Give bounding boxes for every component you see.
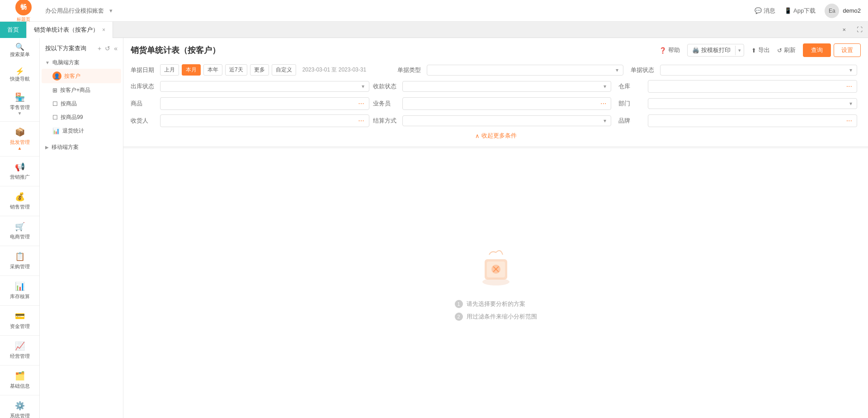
brand-filter: 品牌 ··· bbox=[615, 114, 861, 127]
out-status-arrow: ▾ bbox=[362, 83, 364, 90]
date-this-year[interactable]: 本年 bbox=[203, 64, 222, 76]
payment-label: 结算方式 bbox=[373, 117, 402, 125]
goods-filter: 商品 ··· bbox=[131, 97, 369, 110]
print-dropdown-icon[interactable]: ▾ bbox=[735, 46, 744, 55]
message-button[interactable]: 💬 消息 bbox=[755, 7, 775, 15]
sidebar-item-search[interactable]: 🔍 搜索菜单 bbox=[0, 38, 39, 62]
sidebar-item-purchase[interactable]: 📋 采购管理 bbox=[0, 246, 39, 276]
sidebar-item-finance[interactable]: 💳 资金管理 bbox=[0, 306, 39, 336]
mobile-scheme-group: ▶ 移动端方案 bbox=[40, 140, 123, 155]
dept-select[interactable]: ▾ bbox=[648, 98, 857, 109]
sidebar-item-sales[interactable]: 💰 销售管理 bbox=[0, 186, 39, 216]
app-title-dropdown-icon[interactable]: ▾ bbox=[109, 7, 113, 14]
help-button[interactable]: ❓ 帮助 bbox=[659, 46, 680, 54]
search-label: 搜索菜单 bbox=[10, 51, 30, 58]
wholesale-expand-icon: ▲ bbox=[18, 146, 22, 151]
scheme-by-goods[interactable]: ☐ 按商品 bbox=[42, 97, 121, 110]
desktop-group-label: 电脑端方案 bbox=[52, 59, 80, 66]
mobile-group-header[interactable]: ▶ 移动端方案 bbox=[40, 142, 123, 153]
sidebar-item-quick-nav[interactable]: ⚡ 快捷导航 bbox=[0, 62, 39, 87]
date-last-7-days[interactable]: 近7天 bbox=[225, 64, 247, 76]
marketing-icon: 📢 bbox=[15, 162, 25, 172]
warehouse-select[interactable]: ··· bbox=[648, 80, 857, 93]
sidebar-item-marketing[interactable]: 📢 营销推广 bbox=[0, 157, 39, 186]
empty-state: 1 请先选择要分析的方案 2 用过滤条件来缩小分析范围 bbox=[123, 148, 868, 418]
date-more[interactable]: 更多 bbox=[250, 64, 269, 76]
goods-select[interactable]: ··· bbox=[160, 97, 369, 110]
sidebar-item-inventory[interactable]: 📊 库存核算 bbox=[0, 276, 39, 306]
desktop-group-header[interactable]: ▼ 电脑端方案 bbox=[40, 57, 123, 68]
salesperson-label: 业务员 bbox=[373, 100, 402, 108]
sidebar-item-wholesale[interactable]: 📦 批发管理 ▲ bbox=[0, 122, 39, 157]
desktop-scheme-group: ▼ 电脑端方案 👤 按客户 ⊞ 按客户+商品 ☐ 按商品 bbox=[40, 55, 123, 140]
quick-nav-label: 快捷导航 bbox=[10, 76, 30, 82]
date-filter-group: 上月 本月 本年 近7天 更多 自定义 2023-03-01 至 2023-03… bbox=[160, 64, 387, 76]
export-button[interactable]: ⬆ 导出 bbox=[751, 46, 770, 54]
scheme-customer-goods-icon: ⊞ bbox=[52, 87, 57, 94]
warehouse-dots[interactable]: ··· bbox=[846, 82, 852, 90]
tab-expand-button[interactable]: × bbox=[837, 26, 851, 33]
receipt-status-select[interactable]: ▾ bbox=[402, 81, 612, 92]
sidebar-item-operations[interactable]: 📈 经营管理 bbox=[0, 336, 39, 366]
print-button[interactable]: 🖨️ 按模板打印 ▾ bbox=[687, 44, 744, 57]
ecommerce-icon: 🛒 bbox=[15, 222, 25, 232]
collapse-filter-button[interactable]: ∧ 收起更多条件 bbox=[131, 129, 861, 142]
receipt-status-label: 收款状态 bbox=[373, 82, 402, 90]
salesperson-dots[interactable]: ··· bbox=[600, 100, 606, 108]
tab-sales-stat[interactable]: 销货单统计表（按客户） × bbox=[27, 22, 113, 38]
tab-home[interactable]: 首页 bbox=[0, 22, 27, 38]
brand-select[interactable]: ··· bbox=[648, 114, 857, 127]
filter-row-3: 商品 ··· 业务员 ··· 部门 bbox=[131, 97, 861, 110]
inventory-icon: 📊 bbox=[15, 281, 25, 291]
settings-button[interactable]: 设置 bbox=[834, 43, 861, 57]
date-label: 单据日期 bbox=[131, 66, 160, 74]
scheme-by-customer-goods[interactable]: ⊞ 按客户+商品 bbox=[42, 84, 121, 97]
mobile-group-arrow: ▶ bbox=[45, 145, 49, 150]
search-icon: 🔍 bbox=[15, 43, 24, 51]
empty-tip-2: 2 用过滤条件来缩小分析范围 bbox=[455, 313, 537, 321]
payment-select[interactable]: ▾ bbox=[402, 115, 612, 126]
help-icon: ❓ bbox=[659, 47, 666, 54]
filter-row-2: 出库状态 ▾ 收款状态 ▾ 仓库 bbox=[131, 80, 861, 93]
date-last-month[interactable]: 上月 bbox=[160, 64, 179, 76]
scheme-goods99-icon: ☐ bbox=[52, 114, 58, 121]
salesperson-select[interactable]: ··· bbox=[402, 97, 612, 110]
consignee-dots[interactable]: ··· bbox=[358, 117, 364, 125]
query-button[interactable]: 查询 bbox=[803, 43, 831, 57]
scheme-return-stat-label: 退货统计 bbox=[62, 127, 84, 135]
logo-icon: 畅 bbox=[15, 0, 32, 15]
date-this-month[interactable]: 本月 bbox=[182, 64, 201, 76]
refresh-scheme-button[interactable]: ↺ bbox=[105, 45, 110, 52]
sidebar-item-basic[interactable]: 🗂️ 基础信息 bbox=[0, 366, 39, 395]
payment-filter: 结算方式 ▾ bbox=[369, 115, 615, 126]
tab-fullscreen-button[interactable]: ⛶ bbox=[851, 26, 868, 33]
salesperson-filter: 业务员 ··· bbox=[369, 97, 615, 110]
date-custom[interactable]: 自定义 bbox=[272, 64, 296, 76]
scheme-return-stat[interactable]: 📊 退货统计 bbox=[42, 124, 121, 138]
scheme-by-customer[interactable]: 👤 按客户 bbox=[42, 69, 121, 83]
tab-close-icon[interactable]: × bbox=[102, 27, 105, 33]
download-icon: 📱 bbox=[784, 7, 792, 14]
consignee-select[interactable]: ··· bbox=[160, 114, 369, 127]
sidebar-item-ecommerce[interactable]: 🛒 电商管理 bbox=[0, 216, 39, 246]
out-status-select[interactable]: ▾ bbox=[160, 81, 369, 92]
brand-dots[interactable]: ··· bbox=[846, 117, 852, 125]
refresh-button[interactable]: ↺ 刷新 bbox=[777, 46, 796, 54]
scheme-by-goods-99[interactable]: ☐ 按商品99 bbox=[42, 111, 121, 124]
app-download-button[interactable]: 📱 App下载 bbox=[784, 7, 816, 15]
sidebar-item-system[interactable]: ⚙️ 系统管理 bbox=[0, 395, 39, 418]
user-name: demo2 bbox=[843, 7, 861, 14]
finance-icon: 💳 bbox=[15, 311, 25, 321]
collapse-panel-button[interactable]: « bbox=[114, 45, 118, 52]
doc-type-select[interactable]: ▾ bbox=[427, 65, 624, 76]
payment-arrow: ▾ bbox=[604, 118, 606, 124]
sidebar-item-retail[interactable]: 🏪 零售管理 ▼ bbox=[0, 87, 39, 122]
scheme-by-goods-label: 按商品 bbox=[61, 100, 77, 108]
add-scheme-button[interactable]: + bbox=[98, 45, 101, 52]
doc-status-filter: 单据状态 ▾ bbox=[627, 65, 861, 76]
doc-status-select[interactable]: ▾ bbox=[660, 65, 857, 76]
goods-dots[interactable]: ··· bbox=[358, 100, 364, 108]
quick-nav-icon: ⚡ bbox=[15, 67, 24, 76]
refresh-icon: ↺ bbox=[777, 47, 782, 54]
user-profile[interactable]: Ea demo2 bbox=[825, 4, 861, 18]
